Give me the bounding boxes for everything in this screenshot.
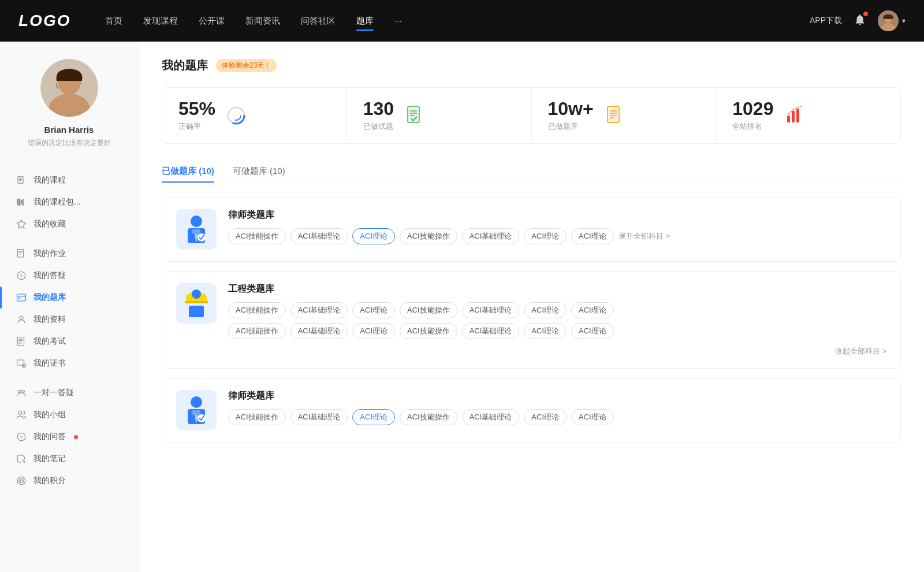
- bank-tag[interactable]: ACI技能操作: [400, 323, 457, 339]
- nav-more[interactable]: ···: [394, 13, 402, 29]
- expand-link-0[interactable]: 展开全部科目 >: [619, 231, 670, 242]
- bank-card-1-content: 工程类题库 ACI技能操作 ACI基础理论 ACI理论 ACI技能操作 ACI基…: [228, 283, 886, 356]
- stat-accuracy: 55% 正确率: [162, 88, 347, 143]
- bank-tag[interactable]: ACI技能操作: [228, 302, 286, 318]
- nav-qa[interactable]: 问答社区: [301, 13, 336, 29]
- bank-tag[interactable]: ACI理论: [571, 323, 614, 339]
- svg-rect-11: [19, 198, 20, 206]
- sidebar-item-qa[interactable]: ? 我的答疑: [0, 265, 138, 287]
- bank-tag[interactable]: ACI技能操作: [400, 228, 457, 244]
- svg-point-23: [20, 316, 23, 320]
- sidebar-item-homework[interactable]: 我的作业: [0, 243, 138, 265]
- bank-tag[interactable]: ACI理论: [571, 302, 614, 318]
- sidebar-item-certificate[interactable]: 我的证书: [0, 352, 138, 374]
- user-avatar-menu[interactable]: ▾: [878, 10, 906, 31]
- tab-available-banks[interactable]: 可做题库 (10): [233, 161, 285, 183]
- unread-dot: [74, 435, 78, 439]
- bank-card-2-title: 律师类题库: [228, 390, 886, 402]
- stat-done-questions: 130 已做试题: [347, 88, 532, 143]
- document-check-icon: [403, 104, 426, 127]
- svg-point-33: [18, 411, 22, 414]
- svg-rect-22: [18, 298, 20, 299]
- list-orange-icon: [603, 104, 626, 127]
- bank-tag[interactable]: ACI理论: [524, 323, 567, 339]
- notification-bell[interactable]: [854, 13, 866, 28]
- sidebar-item-oneone[interactable]: 一对一答疑: [0, 382, 138, 404]
- profile-motto: 错误的决定比没有决定要好: [28, 138, 111, 148]
- sidebar-item-exam[interactable]: 我的考试: [0, 330, 138, 352]
- sidebar-item-group[interactable]: 我的小组: [0, 404, 138, 426]
- app-download-link[interactable]: APP下载: [810, 16, 842, 26]
- sidebar-item-profile[interactable]: 我的资料: [0, 309, 138, 330]
- sidebar-label-answers: 我的问答: [33, 432, 66, 442]
- bank-tag[interactable]: ACI理论: [352, 323, 395, 339]
- engineer-icon-wrap: [176, 283, 217, 324]
- tab-done-banks[interactable]: 已做题库 (10): [162, 161, 214, 183]
- svg-text:积: 积: [20, 479, 24, 483]
- bank-card-2-tags: ACI技能操作 ACI基础理论 ACI理论 ACI技能操作 ACI基础理论 AC…: [228, 409, 886, 425]
- sidebar-label-bank: 我的题库: [33, 292, 66, 303]
- bank-tags-row-1: ACI技能操作 ACI基础理论 ACI理论 ACI技能操作 ACI基础理论 AC…: [228, 323, 886, 339]
- profile-avatar: [40, 59, 98, 117]
- page-title: 我的题库: [162, 58, 208, 73]
- sidebar-item-course-pack[interactable]: 我的课程包...: [0, 191, 138, 213]
- bank-tag[interactable]: ACI技能操作: [400, 302, 457, 318]
- bank-tag[interactable]: ACI基础理论: [290, 409, 348, 425]
- main-layout: Brian Harris 错误的决定比没有决定要好 我的课程 我的课程包... …: [0, 42, 924, 572]
- sidebar-label-courses: 我的课程: [33, 175, 66, 185]
- stats-row: 55% 正确率 130 已做试题: [162, 87, 901, 144]
- main-content: 我的题库 体验剩余23天！ 55% 正确率: [139, 42, 924, 572]
- sidebar-label-certificate: 我的证书: [33, 358, 66, 369]
- sidebar-item-courses[interactable]: 我的课程: [0, 169, 138, 191]
- bank-tag[interactable]: ACI理论: [524, 409, 567, 425]
- sidebar-divider-2: [12, 378, 126, 378]
- bank-tag[interactable]: ACI基础理论: [462, 302, 520, 318]
- svg-rect-6: [18, 176, 23, 183]
- bank-tag[interactable]: ACI基础理论: [290, 323, 348, 339]
- bank-tag[interactable]: ACI技能操作: [228, 323, 286, 339]
- bank-tag[interactable]: ACI技能操作: [400, 409, 457, 425]
- stat-done-b-value: 10w+: [548, 99, 594, 118]
- sidebar-item-notes[interactable]: 我的笔记: [0, 448, 138, 470]
- svg-rect-51: [787, 116, 790, 122]
- svg-point-64: [191, 396, 202, 408]
- nav-links: 首页 发现课程 公开课 新闻资讯 问答社区 题库 ···: [105, 13, 810, 29]
- bank-tag[interactable]: ACI理论: [352, 302, 395, 318]
- bank-tags-row-0: ACI技能操作 ACI基础理论 ACI理论 ACI技能操作 ACI基础理论 AC…: [228, 302, 886, 318]
- nav-bank[interactable]: 题库: [356, 13, 374, 29]
- svg-rect-66: [192, 410, 200, 415]
- stat-accuracy-label: 正确率: [178, 121, 215, 132]
- bank-tag[interactable]: ACI基础理论: [290, 302, 348, 318]
- logo[interactable]: LOGO: [18, 12, 70, 30]
- bank-tag[interactable]: ACI基础理论: [290, 228, 348, 244]
- chevron-down-icon: ▾: [902, 17, 906, 25]
- collapse-link-1[interactable]: 收起全部科目 >: [228, 346, 886, 356]
- notification-badge: [863, 12, 868, 16]
- bank-tag-active[interactable]: ACI理论: [352, 409, 395, 425]
- sidebar-item-answers[interactable]: ? 我的问答: [0, 426, 138, 448]
- nav-news[interactable]: 新闻资讯: [245, 13, 280, 29]
- tabs-row: 已做题库 (10) 可做题库 (10): [162, 161, 901, 183]
- bank-tag[interactable]: ACI技能操作: [228, 228, 286, 244]
- bank-card-0-title: 律师类题库: [228, 209, 886, 221]
- nav-home[interactable]: 首页: [105, 13, 122, 29]
- bank-tag[interactable]: ACI基础理论: [462, 323, 520, 339]
- bank-tag[interactable]: ACI基础理论: [462, 409, 520, 425]
- sidebar-label-group: 我的小组: [33, 410, 66, 420]
- bank-tag[interactable]: ACI理论: [571, 409, 614, 425]
- sidebar-item-bank[interactable]: 我的题库: [0, 287, 138, 309]
- nav-open-course[interactable]: 公开课: [199, 13, 225, 29]
- sidebar-item-points[interactable]: 积 我的积分: [0, 470, 138, 492]
- bank-tag[interactable]: ACI理论: [571, 228, 614, 244]
- sidebar-item-favorites[interactable]: 我的收藏: [0, 213, 138, 235]
- bank-tag[interactable]: ACI理论: [524, 228, 567, 244]
- svg-point-41: [232, 111, 241, 120]
- bank-tag[interactable]: ACI基础理论: [462, 228, 520, 244]
- bank-card-1-tags: ACI技能操作 ACI基础理论 ACI理论 ACI技能操作 ACI基础理论 AC…: [228, 302, 886, 356]
- svg-rect-24: [17, 337, 24, 346]
- nav-discover[interactable]: 发现课程: [143, 13, 178, 29]
- bank-tag[interactable]: ACI技能操作: [228, 409, 286, 425]
- bank-tag[interactable]: ACI理论: [524, 302, 567, 318]
- bank-tag-active[interactable]: ACI理论: [352, 228, 395, 244]
- svg-point-54: [191, 216, 202, 227]
